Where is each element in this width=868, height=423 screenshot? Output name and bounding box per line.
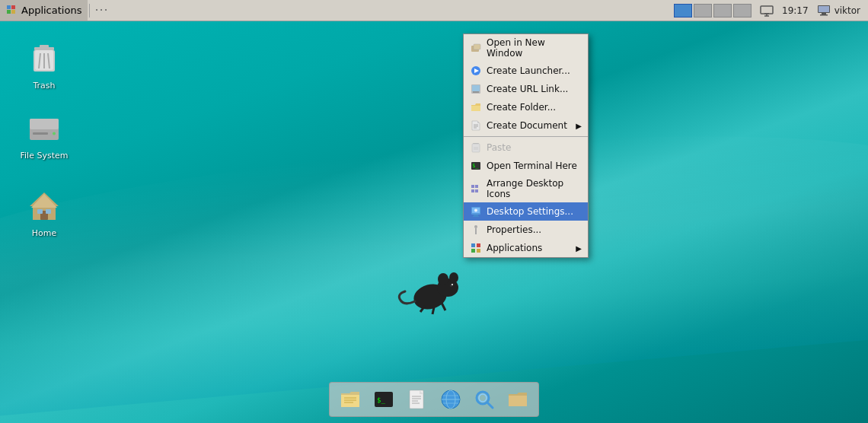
taskbar-dock: $_ — [329, 382, 539, 417]
menu-create-launcher[interactable]: Create Launcher... — [464, 62, 588, 80]
menu-arrange-icons-label: Arrange Desktop Icons — [487, 178, 582, 199]
menu-applications-label: Applications — [487, 243, 542, 253]
home-icon-img — [26, 189, 62, 225]
svg-rect-46 — [475, 185, 478, 188]
app-icon — [6, 5, 18, 17]
svg-text:$_: $_ — [377, 396, 385, 404]
create-document-arrow: ▶ — [576, 122, 582, 130]
workspace-2[interactable] — [694, 4, 712, 17]
menu-create-url-label: Create URL Link... — [487, 84, 568, 94]
svg-point-51 — [474, 209, 477, 212]
svg-rect-57 — [477, 243, 480, 247]
svg-rect-13 — [40, 45, 49, 48]
workspace-3[interactable] — [713, 4, 732, 17]
svg-rect-20 — [30, 119, 59, 129]
menu-separator-1 — [464, 136, 588, 137]
trash-icon[interactable]: Trash — [17, 38, 72, 94]
desktop-settings-icon — [470, 205, 482, 218]
open-terminal-icon: $_ — [470, 160, 482, 172]
svg-rect-52 — [474, 215, 478, 216]
menu-create-launcher-label: Create Launcher... — [487, 65, 570, 76]
svg-point-85 — [479, 394, 487, 402]
menu-desktop-settings-label: Desktop Settings... — [487, 206, 573, 217]
create-url-icon — [470, 83, 482, 95]
applications-icon — [470, 242, 482, 254]
clock: 19:17 — [777, 5, 813, 16]
svg-rect-48 — [475, 189, 478, 192]
dock-folder2[interactable] — [502, 386, 534, 413]
taskbar-menu-dots[interactable]: ··· — [91, 3, 111, 17]
svg-rect-9 — [819, 6, 829, 12]
create-launcher-icon — [470, 65, 482, 77]
filesystem-label: File System — [21, 151, 69, 161]
menu-paste[interactable]: Paste — [464, 138, 588, 157]
svg-rect-59 — [477, 249, 480, 253]
menu-create-document[interactable]: Create Document ▶ — [464, 116, 588, 135]
menu-create-folder-label: Create Folder... — [487, 102, 556, 113]
svg-rect-56 — [471, 243, 475, 247]
svg-point-54 — [474, 225, 477, 228]
arrange-icons-icon — [470, 183, 482, 195]
menu-open-terminal[interactable]: $_ Open Terminal Here — [464, 157, 588, 175]
network-icon — [759, 5, 774, 17]
dock-terminal[interactable]: $_ — [368, 386, 400, 413]
monitor-icon — [816, 4, 831, 17]
menu-create-document-label: Create Document — [487, 120, 567, 131]
properties-icon — [470, 224, 482, 236]
taskbar-right: 19:17 viktor — [674, 4, 868, 17]
svg-rect-58 — [471, 249, 475, 253]
menu-create-url[interactable]: Create URL Link... — [464, 80, 588, 98]
dock-text-editor[interactable] — [401, 386, 433, 413]
svg-rect-45 — [471, 185, 474, 188]
trash-icon-img — [26, 41, 62, 78]
menu-create-folder[interactable]: Create Folder... — [464, 98, 588, 116]
dock-files[interactable] — [334, 386, 366, 413]
svg-rect-2 — [7, 10, 11, 14]
menu-desktop-settings[interactable]: Desktop Settings... — [464, 202, 588, 221]
svg-point-65 — [452, 284, 453, 285]
menu-arrange-icons[interactable]: Arrange Desktop Icons — [464, 175, 588, 202]
svg-rect-53 — [473, 216, 479, 217]
dock-search[interactable] — [468, 386, 500, 413]
menu-properties-label: Properties... — [487, 224, 541, 235]
filesystem-icon-img — [26, 111, 62, 148]
paste-icon — [470, 142, 482, 154]
applications-label: Applications — [21, 5, 81, 16]
home-icon[interactable]: Home — [17, 186, 72, 241]
create-document-icon — [470, 119, 482, 132]
applications-arrow: ▶ — [576, 244, 582, 253]
mouse-mascot — [396, 265, 457, 310]
svg-rect-47 — [471, 189, 474, 192]
svg-rect-55 — [475, 228, 477, 234]
workspace-1[interactable] — [674, 4, 692, 17]
svg-rect-28 — [46, 209, 51, 214]
dock-web[interactable] — [435, 386, 467, 413]
filesystem-icon[interactable]: File System — [17, 108, 72, 164]
home-label: Home — [32, 228, 56, 238]
svg-line-86 — [487, 402, 493, 408]
svg-line-68 — [442, 303, 445, 310]
svg-rect-34 — [472, 85, 480, 91]
workspace-4[interactable] — [733, 4, 752, 17]
open-new-window-icon — [470, 42, 482, 54]
svg-rect-30 — [474, 44, 480, 49]
menu-properties[interactable]: Properties... — [464, 221, 588, 239]
svg-rect-10 — [822, 13, 826, 14]
menu-paste-label: Paste — [487, 142, 511, 153]
desktop[interactable] — [0, 0, 868, 423]
trash-label: Trash — [33, 81, 55, 91]
svg-point-23 — [48, 132, 51, 135]
create-folder-icon — [470, 101, 482, 113]
svg-text:$_: $_ — [472, 163, 479, 169]
menu-applications[interactable]: Applications ▶ — [464, 239, 588, 257]
menu-open-new-window[interactable]: Open in New Window — [464, 34, 588, 62]
svg-rect-3 — [11, 10, 15, 14]
taskbar-separator — [89, 4, 90, 17]
applications-menu[interactable]: Applications — [0, 0, 88, 21]
workspace-switcher[interactable] — [674, 4, 752, 17]
svg-point-62 — [438, 273, 448, 285]
svg-line-67 — [432, 307, 434, 314]
svg-point-22 — [53, 132, 56, 135]
svg-rect-1 — [11, 5, 15, 9]
svg-rect-27 — [37, 209, 43, 214]
